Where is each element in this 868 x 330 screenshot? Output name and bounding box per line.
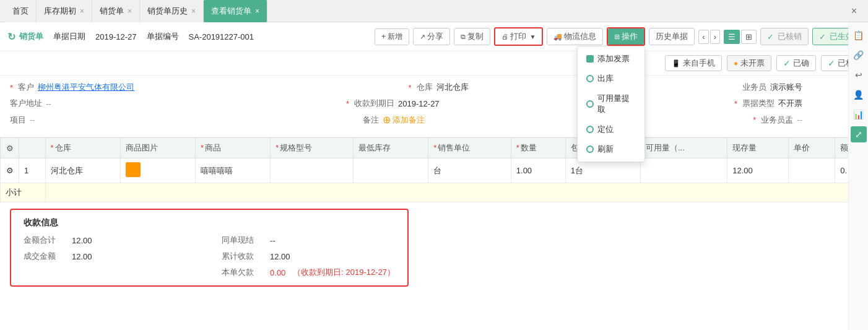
row-unit-price	[788, 158, 835, 183]
outbound-icon	[586, 75, 594, 82]
not-open-button[interactable]: ● 未开票	[727, 55, 771, 71]
view-grid-button[interactable]: ⊞	[741, 30, 757, 44]
col-stock: 现存量	[727, 138, 788, 158]
number-label: 单据编号	[147, 31, 179, 42]
row-gear[interactable]: ⚙	[1, 158, 19, 183]
col-product-img: 商品图片	[120, 138, 195, 158]
row-product-img	[120, 158, 195, 183]
available-qty-item[interactable]: 可用量提取	[578, 89, 644, 119]
refresh-item[interactable]: 刷新	[578, 139, 644, 159]
same-order-row: 同单现结 --	[222, 235, 395, 246]
view-toggle: ☰ ⊞	[724, 30, 757, 44]
confirm-button[interactable]: ✓ 已确	[776, 55, 816, 71]
row-product: 嘻嘻嘻嘻	[196, 158, 271, 183]
doc-header: ↻ 销货单 单据日期 2019-12-27 单据编号 SA-20191227-0…	[0, 22, 868, 51]
form-row-1: * 客户 柳州粤港平安气体有限公司 * 仓库 河北仓库 业务员 演示账号	[10, 82, 858, 93]
col-min-stock: 最低库存	[353, 138, 428, 158]
table-header-row: ⚙ *仓库 商品图片 *商品 *规格型号 最低库存 *销售单位 *数量 包装数量…	[1, 138, 868, 158]
number-value: SA-20191227-001	[189, 32, 254, 41]
bottom-section: 收款信息 金额合计 12.00 同单现结 -- 成交金额 12.00	[0, 202, 868, 293]
products-table: ⚙ *仓库 商品图片 *商品 *规格型号 最低库存 *销售单位 *数量 包装数量…	[0, 137, 868, 202]
view-list-button[interactable]: ☰	[724, 30, 740, 44]
main-content: ↻ 销货单 单据日期 2019-12-27 单据编号 SA-20191227-0…	[0, 22, 868, 330]
operations-dropdown: 添加发票 出库 可用量提取 定位	[577, 46, 645, 162]
tab-inventory[interactable]: 库存期初 ×	[37, 0, 92, 22]
tab-sales-history[interactable]: 销货单历史 ×	[140, 0, 204, 22]
add-invoice-icon	[586, 55, 594, 63]
subtotal-row: 小计	[1, 183, 868, 202]
add-invoice-item[interactable]: 添加发票	[578, 49, 644, 69]
share-button[interactable]: ↗ 分享	[413, 28, 450, 45]
payment-title: 收款信息	[24, 217, 395, 228]
sidebar-icon-clipboard[interactable]: 📋	[851, 27, 867, 43]
new-button[interactable]: + 新增	[375, 28, 409, 45]
from-phone-button[interactable]: 📱 来自手机	[665, 55, 722, 71]
doc-title: ↻ 销货单	[7, 31, 43, 43]
outbound-item[interactable]: 出库	[578, 69, 644, 89]
row-qty: 1.00	[511, 158, 565, 183]
history-button[interactable]: 历史单据	[649, 28, 695, 45]
tab-sales[interactable]: 销货单 ×	[92, 0, 140, 22]
row-stock: 12.00	[727, 158, 788, 183]
locate-icon	[586, 126, 594, 133]
col-unit: *销售单位	[428, 138, 511, 158]
transaction-row: 成交金额 12.00	[24, 251, 197, 262]
subtotal-values	[45, 183, 867, 202]
col-warehouse: *仓库	[45, 138, 120, 158]
payment-date-field: * 收款到期日 2019-12-27	[346, 98, 440, 109]
notes-field: 备注 ⊕ 添加备注	[363, 114, 425, 126]
sidebar-icon-user[interactable]: 👤	[851, 87, 867, 103]
print-button-highlight: 🖨 打印 ▼	[494, 27, 543, 46]
form-row-2: 客户地址 -- * 收款到期日 2019-12-27 * 票据类型 不开票	[10, 98, 858, 109]
outstanding-row: 本单欠款 0.00 （收款到期日: 2019-12-27）	[222, 267, 395, 278]
add-note-button[interactable]: ⊕ 添加备注	[383, 114, 425, 126]
subtotal-label: 小计	[1, 183, 46, 202]
close-view-tab[interactable]: ×	[255, 7, 259, 15]
date-value: 2019-12-27	[95, 32, 137, 41]
warehouse-field: * 仓库 河北仓库	[409, 82, 469, 93]
nav-arrows: ‹ ›	[698, 30, 720, 44]
operations-highlight: ⊞ 操作	[607, 27, 645, 46]
col-spec: *规格型号	[271, 138, 354, 158]
available-qty-icon	[586, 100, 594, 108]
close-inventory-tab[interactable]: ×	[80, 7, 84, 15]
project-field: 项目 --	[10, 115, 35, 126]
sidebar-icon-return[interactable]: ↩	[851, 67, 867, 83]
sidebar-icon-chart[interactable]: 📊	[851, 106, 867, 123]
locate-item[interactable]: 定位	[578, 119, 644, 139]
operations-button[interactable]: ⊞ 操作	[608, 28, 644, 45]
total-amount-row: 金额合计 12.00	[24, 235, 197, 246]
operations-wrap: ⊞ 操作 添加发票 出库	[607, 27, 645, 46]
row-avail-qty	[640, 158, 727, 183]
tab-home[interactable]: 首页	[5, 0, 37, 22]
tab-view-sales[interactable]: 查看销货单 ×	[204, 0, 267, 22]
print-button[interactable]: 🖨 打印 ▼	[495, 28, 542, 45]
row-spec	[271, 158, 354, 183]
doc-meta: 单据日期 2019-12-27 单据编号 SA-20191227-001	[53, 31, 254, 42]
logistics-button[interactable]: 🚚 物流信息	[547, 28, 603, 45]
address-field: 客户地址 --	[10, 98, 51, 109]
close-sales-tab[interactable]: ×	[128, 7, 132, 15]
copy-button[interactable]: ⧉ 复制	[454, 28, 490, 45]
row-min-stock	[353, 158, 428, 183]
table-row: ⚙ 1 河北仓库 嘻嘻嘻嘻 台 1.00 1台 12.00	[1, 158, 868, 183]
refresh-icon	[586, 145, 594, 153]
window-close-button[interactable]: ×	[845, 6, 863, 17]
form-row-3: 项目 -- 备注 ⊕ 添加备注 * 业务员盂 --	[10, 114, 858, 126]
tab-bar: 首页 库存期初 × 销货单 × 销货单历史 × 查看销货单 × ×	[0, 0, 868, 22]
status-sold-button[interactable]: ✓ 已核销	[760, 28, 809, 45]
prev-arrow[interactable]: ‹	[698, 30, 708, 44]
row-num: 1	[19, 158, 46, 183]
right-sidebar: 📋 🔗 ↩ 👤 📊 ⤢	[848, 22, 868, 330]
sidebar-icon-link[interactable]: 🔗	[851, 47, 867, 63]
col-avail-qty: 可用量（...	[640, 138, 727, 158]
customer-field: * 客户 柳州粤港平安气体有限公司	[10, 82, 134, 93]
next-arrow[interactable]: ›	[710, 30, 720, 44]
sidebar-icon-expand[interactable]: ⤢	[851, 126, 867, 142]
col-num	[19, 138, 46, 158]
col-product: *商品	[196, 138, 271, 158]
product-image	[126, 162, 141, 177]
date-label: 单据日期	[53, 31, 85, 42]
form-section: * 客户 柳州粤港平安气体有限公司 * 仓库 河北仓库 业务员 演示账号	[0, 76, 868, 137]
close-history-tab[interactable]: ×	[191, 7, 196, 15]
